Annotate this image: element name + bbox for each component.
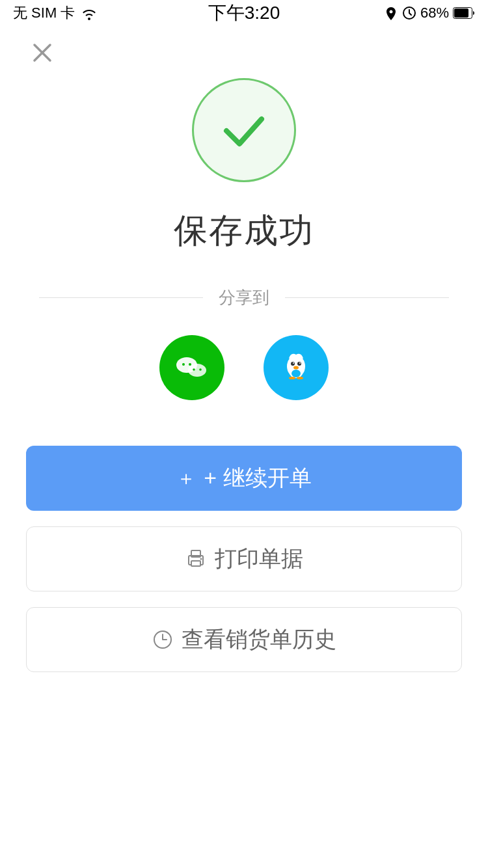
svg-point-25 [200,558,202,560]
qq-share-button[interactable] [264,335,329,400]
divider-line-left [39,297,203,298]
svg-point-10 [199,368,202,371]
svg-point-8 [189,363,191,366]
battery-icon [453,7,475,19]
svg-point-16 [297,362,301,366]
svg-point-18 [299,362,301,364]
svg-rect-2 [454,8,468,18]
svg-point-9 [193,368,195,371]
history-icon [152,629,174,651]
continue-button[interactable]: ＋ + 继续开单 [26,446,462,511]
status-bar: 无 SIM 卡 下午3:20 68% [0,0,488,26]
print-label: 打印单据 [215,544,303,574]
print-icon [185,548,207,570]
history-label: 查看销货单历史 [182,625,336,655]
plus-icon: ＋ [176,465,196,492]
svg-point-17 [293,362,294,364]
success-icon [192,78,296,182]
continue-label: + 继续开单 [204,463,311,493]
share-label: 分享到 [203,286,285,309]
divider-line-right [285,297,449,298]
print-button[interactable]: 打印单据 [26,526,462,591]
svg-point-15 [291,362,295,366]
share-divider: 分享到 [0,286,488,309]
wechat-share-button[interactable] [159,335,224,400]
svg-point-14 [291,370,301,377]
clock-icon [402,6,416,20]
svg-rect-23 [191,561,200,566]
sim-status: 无 SIM 卡 [13,3,75,23]
svg-point-19 [293,366,299,370]
main-content: 保存成功 分享到 [0,26,488,672]
svg-point-20 [289,377,295,379]
svg-point-21 [297,377,303,379]
location-icon [384,6,398,20]
status-time: 下午3:20 [208,1,280,25]
action-buttons: ＋ + 继续开单 打印单据 查看销货单历史 [0,446,488,672]
share-icons-container [159,335,329,400]
history-button[interactable]: 查看销货单历史 [26,607,462,672]
svg-point-6 [188,364,206,377]
status-left: 无 SIM 卡 [13,3,98,23]
svg-point-7 [182,363,185,366]
battery-percent: 68% [420,5,449,21]
success-title: 保存成功 [174,208,314,254]
wifi-icon [80,6,98,20]
status-right: 68% [384,5,475,21]
close-button[interactable] [26,36,59,69]
